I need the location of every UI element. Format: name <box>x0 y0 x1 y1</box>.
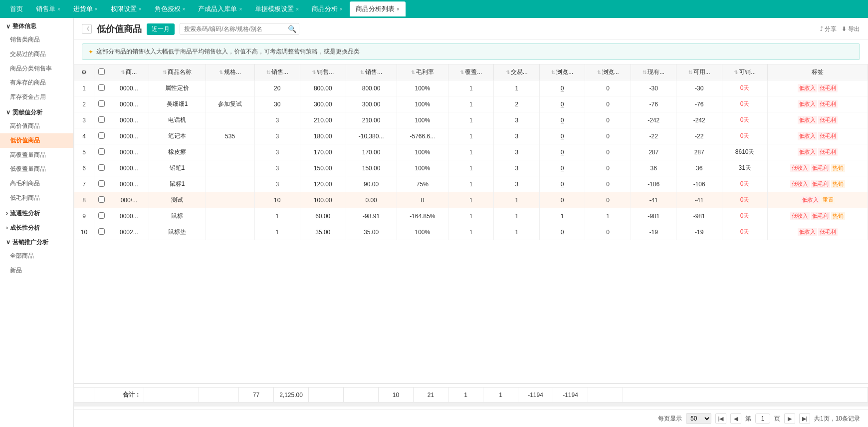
sidebar-group-overall[interactable]: ∨ 整体信息 <box>0 18 73 32</box>
sidebar-item-high-margin[interactable]: 高毛利商品 <box>0 176 73 191</box>
col-header-browse1[interactable]: ⇅浏览... <box>539 64 585 80</box>
row-checkbox[interactable] <box>98 196 105 203</box>
col-header-spec[interactable]: ⇅规格... <box>206 64 254 80</box>
nav-products[interactable]: 产成品入库单 × <box>192 1 248 16</box>
close-icon[interactable]: × <box>397 6 400 12</box>
next-page-button[interactable]: ▶ <box>784 413 795 424</box>
row-checkbox-cell[interactable] <box>94 144 109 160</box>
close-icon[interactable]: × <box>139 6 142 12</box>
nav-purchase[interactable]: 进货单 × <box>67 1 104 16</box>
col-header-stock1[interactable]: ⇅现有... <box>631 64 676 80</box>
close-icon[interactable]: × <box>183 6 186 12</box>
sidebar-item-low-margin[interactable]: 低毛利商品 <box>0 191 73 205</box>
close-icon[interactable]: × <box>340 6 343 12</box>
col-header-sales3[interactable]: ⇅销售... <box>346 64 397 80</box>
browse-link[interactable]: 1 <box>561 213 564 220</box>
row-checkbox-cell[interactable] <box>94 224 109 240</box>
period-button[interactable]: 近一月 <box>147 23 175 35</box>
row-checkbox[interactable] <box>98 84 105 91</box>
search-input[interactable] <box>180 23 299 35</box>
col-header-check[interactable] <box>94 64 109 80</box>
sidebar-item-traded-products[interactable]: 交易过的商品 <box>0 47 73 61</box>
row-checkbox[interactable] <box>98 164 105 171</box>
col-header-sales2[interactable]: ⇅销售... <box>300 64 346 80</box>
col-header-code[interactable]: ⇅商... <box>109 64 149 80</box>
row-checkbox[interactable] <box>98 116 105 123</box>
nav-sales[interactable]: 销售单 × <box>30 1 66 16</box>
nav-product-analysis[interactable]: 商品分析 × <box>306 1 349 16</box>
browse-link[interactable]: 0 <box>561 133 564 140</box>
export-button[interactable]: ⬇ 导出 <box>842 25 860 33</box>
row-checkbox-cell[interactable] <box>94 112 109 128</box>
browse-link[interactable]: 0 <box>561 229 564 236</box>
row-checkbox[interactable] <box>98 100 105 107</box>
sidebar-item-high-coverage[interactable]: 高覆盖量商品 <box>0 148 73 162</box>
browse-link[interactable]: 0 <box>561 165 564 172</box>
col-header-stock2[interactable]: ⇅可用... <box>676 64 722 80</box>
browse-link[interactable]: 0 <box>561 101 564 108</box>
sidebar-group-contribution[interactable]: ∨ 贡献值分析 <box>0 104 73 119</box>
browse-link[interactable]: 0 <box>561 149 564 156</box>
close-icon[interactable]: × <box>239 6 242 12</box>
row-checkbox-cell[interactable] <box>94 80 109 96</box>
row-checkbox-cell[interactable] <box>94 192 109 208</box>
browse-link[interactable]: 0 <box>561 85 564 92</box>
nav-product-analysis-list[interactable]: 商品分析列表 × <box>350 1 406 16</box>
row-checkbox-cell[interactable] <box>94 208 109 224</box>
row-sales3: 800.00 <box>346 80 397 96</box>
row-checkbox[interactable] <box>98 228 105 235</box>
col-header-name[interactable]: ⇅商品名称 <box>149 64 206 80</box>
first-page-button[interactable]: |◀ <box>715 413 726 424</box>
row-checkbox[interactable] <box>98 180 105 187</box>
row-days: 31天 <box>722 160 767 176</box>
col-header-margin[interactable]: ⇅毛利率 <box>397 64 448 80</box>
sidebar-item-all-products[interactable]: 全部商品 <box>0 249 73 263</box>
sidebar-item-low-coverage[interactable]: 低覆盖量商品 <box>0 162 73 176</box>
close-icon[interactable]: × <box>95 6 98 12</box>
col-header-browse2[interactable]: ⇅浏览... <box>585 64 631 80</box>
page-number-input[interactable] <box>755 414 770 424</box>
row-checkbox-cell[interactable] <box>94 128 109 144</box>
sidebar-group-circulation[interactable]: › 流通性分析 <box>0 205 73 220</box>
horizontal-scrollbar[interactable] <box>74 403 868 407</box>
col-header-transaction[interactable]: ⇅交易... <box>494 64 539 80</box>
sidebar-item-capital[interactable]: 库存资金占用 <box>0 90 73 104</box>
browse-link[interactable]: 0 <box>561 117 564 124</box>
row-checkbox-cell[interactable] <box>94 160 109 176</box>
row-margin: 100% <box>397 160 448 176</box>
sidebar-item-low-value[interactable]: 低价值商品 <box>0 133 73 148</box>
row-checkbox[interactable] <box>98 148 105 155</box>
sidebar-item-category-sales[interactable]: 商品分类销售率 <box>0 61 73 76</box>
row-checkbox-cell[interactable] <box>94 96 109 112</box>
share-button[interactable]: ⤴ 分享 <box>820 25 837 33</box>
browse-link[interactable]: 0 <box>561 181 564 188</box>
browse-link[interactable]: 0 <box>561 197 564 204</box>
row-checkbox-cell[interactable] <box>94 176 109 192</box>
prev-page-button[interactable]: ◀ <box>730 413 741 424</box>
sidebar-group-growth[interactable]: › 成长性分析 <box>0 220 73 234</box>
nav-templates[interactable]: 单据模板设置 × <box>249 1 305 16</box>
close-icon[interactable]: × <box>57 6 60 12</box>
sidebar-item-stock-products[interactable]: 有库存的商品 <box>0 75 73 90</box>
nav-home[interactable]: 首页 <box>4 1 29 16</box>
nav-permissions[interactable]: 权限设置 × <box>105 1 148 16</box>
page-size-select[interactable]: 50 100 200 <box>686 413 711 424</box>
col-header-sellable[interactable]: ⇅可销... <box>722 64 767 80</box>
col-header-sales1[interactable]: ⇅销售... <box>254 64 300 80</box>
row-checkbox[interactable] <box>98 212 105 219</box>
row-checkbox[interactable] <box>98 132 105 139</box>
select-all-checkbox[interactable] <box>98 68 105 75</box>
sidebar-group-marketing[interactable]: ∨ 营销推广分析 <box>0 234 73 249</box>
close-icon[interactable]: × <box>296 6 299 12</box>
row-sales2: 100.00 <box>300 192 346 208</box>
sidebar-item-sales-products[interactable]: 销售类商品 <box>0 32 73 47</box>
last-page-button[interactable]: ▶| <box>799 413 810 424</box>
sidebar-item-high-value[interactable]: 高价值商品 <box>0 119 73 133</box>
col-header-coverage[interactable]: ⇅覆盖... <box>448 64 494 80</box>
sidebar-collapse-button[interactable]: 《 <box>82 24 92 34</box>
nav-roles[interactable]: 角色授权 × <box>149 1 192 16</box>
sidebar-item-new-products[interactable]: 新品 <box>0 263 73 278</box>
row-num: 10 <box>74 224 94 240</box>
col-header-settings[interactable]: ⚙ <box>74 64 94 80</box>
search-icon[interactable]: 🔍 <box>288 25 296 33</box>
